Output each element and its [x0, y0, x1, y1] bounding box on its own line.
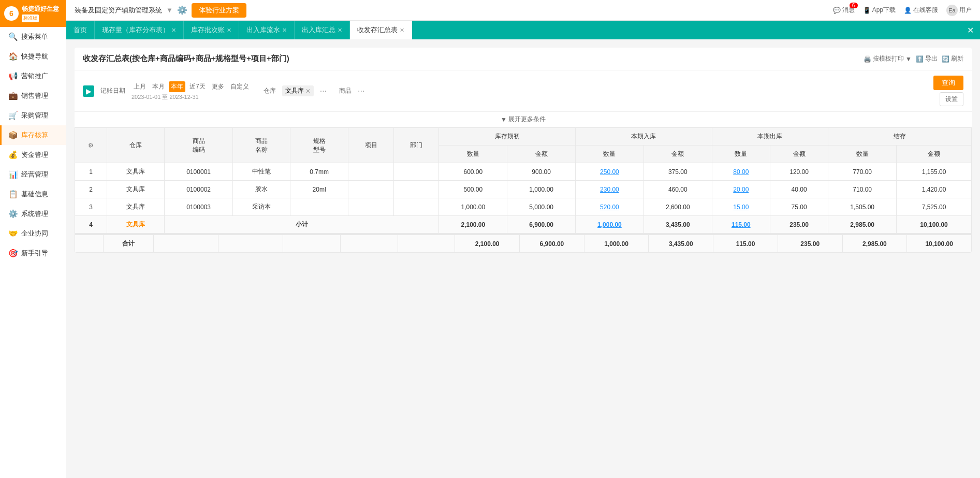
sidebar-item-经营管理[interactable]: 📊经营管理	[0, 165, 66, 184]
total-in-qty: 1,000.00	[584, 235, 649, 253]
tab-出入库汇总[interactable]: 出入库汇总 ✕	[295, 21, 350, 39]
row-open-qty: 500.00	[439, 181, 507, 198]
row-goods-spec: 20ml	[290, 181, 348, 198]
refresh-button[interactable]: 🔄 刷新	[942, 54, 963, 63]
sidebar-icon: 🛒	[8, 111, 18, 120]
tab-close-icon[interactable]: ✕	[227, 27, 231, 34]
sidebar-item-销售管理[interactable]: 💼销售管理	[0, 86, 66, 106]
tab-现存量（库存分布表）[interactable]: 现存量（库存分布表） ✕	[95, 21, 184, 39]
user-button[interactable]: Ea 用户	[946, 5, 972, 16]
total-project	[340, 235, 398, 253]
online-service-button[interactable]: 👤 在线客服	[904, 6, 938, 15]
row-in-qty[interactable]: 520.00	[576, 198, 644, 216]
warehouse-more-button[interactable]: ···	[320, 86, 327, 96]
th-out: 本期出库	[712, 128, 828, 146]
row-index: 2	[75, 181, 107, 198]
row-close-qty: 770.00	[828, 163, 897, 181]
sidebar-item-系统管理[interactable]: ⚙️系统管理	[0, 204, 66, 224]
th-out-amt: 金额	[770, 146, 828, 163]
tab-label: 出入库流水	[246, 25, 280, 35]
row-out-qty[interactable]: 80.00	[712, 163, 770, 181]
warehouse-tag: 文具库 ✕	[282, 85, 314, 96]
query-button[interactable]: 查询	[933, 76, 963, 90]
row-goods-spec: 0.7mm	[290, 163, 348, 181]
th-in-qty: 数量	[576, 146, 644, 163]
tab-出入库流水[interactable]: 出入库流水 ✕	[239, 21, 295, 39]
set-button[interactable]: 设置	[940, 92, 963, 106]
date-custom[interactable]: 自定义	[228, 81, 251, 92]
main-table: ⚙ 仓库 商品编码 商品名称 规格型号 项目 部门 库存期初 本期入库 本期出库…	[75, 127, 972, 234]
total-in-amt: 3,435.00	[649, 235, 713, 253]
chevron-down-icon: ▼	[905, 55, 912, 63]
sidebar-label: 搜索菜单	[21, 32, 48, 41]
th-goods-code: 商品编码	[165, 128, 233, 163]
close-all-tabs-button[interactable]: ✕	[961, 25, 980, 35]
row-close-qty: 1,505.00	[828, 198, 897, 216]
th-dept: 部门	[393, 128, 439, 163]
subtotal-row: 4 文具库 小计 2,100.00 6,900.00 1,000.00 3,43…	[75, 216, 972, 234]
export-button[interactable]: ⬆️ 导出	[916, 54, 938, 63]
sidebar-label: 销售管理	[21, 91, 48, 100]
row-out-amt: 75.00	[770, 198, 828, 216]
goods-label: 商品	[339, 86, 352, 95]
sidebar-item-库存核算[interactable]: 📦库存核算	[0, 125, 66, 145]
sidebar-icon: 📋	[8, 190, 18, 199]
print-button[interactable]: 🖨️ 按模板打印 ▼	[864, 54, 912, 63]
sidebar-item-快捷导航[interactable]: 🏠快捷导航	[0, 47, 66, 66]
expand-row: ▼ 展开更多条件	[75, 112, 972, 127]
date-cur-month[interactable]: 本月	[150, 81, 167, 92]
filter-bar: ▶ 记账日期 上月 本月 本年 近7天 更多 自定义 2023-01-01 至 …	[75, 70, 972, 112]
try-button[interactable]: 体验行业方案	[192, 3, 246, 18]
tab-收发存汇总表[interactable]: 收发存汇总表 ✕	[350, 21, 412, 39]
warehouse-remove-button[interactable]: ✕	[305, 88, 311, 95]
tab-close-icon[interactable]: ✕	[282, 27, 287, 34]
th-goods-spec: 规格型号	[290, 128, 348, 163]
dropdown-icon[interactable]: ▼	[166, 6, 173, 14]
sidebar-item-资金管理[interactable]: 💰资金管理	[0, 145, 66, 165]
row-in-qty[interactable]: 230.00	[576, 181, 644, 198]
tab-库存批次账[interactable]: 库存批次账 ✕	[184, 21, 239, 39]
th-warehouse: 仓库	[107, 128, 165, 163]
row-out-qty[interactable]: 15.00	[712, 198, 770, 216]
total-out-qty: 115.00	[713, 235, 778, 253]
row-out-qty[interactable]: 20.00	[712, 181, 770, 198]
app-download-button[interactable]: 📱 App下载	[863, 6, 896, 15]
date-cur-year[interactable]: 本年	[169, 81, 185, 92]
tab-首页[interactable]: 首页	[66, 21, 95, 39]
goods-more-button[interactable]: ···	[358, 86, 364, 96]
row-close-qty: 710.00	[828, 181, 897, 198]
sidebar-item-搜索菜单[interactable]: 🔍搜索菜单	[0, 27, 66, 47]
filter-toggle-button[interactable]: ▶	[83, 85, 94, 97]
date-more[interactable]: 更多	[210, 81, 226, 92]
sidebar-item-基础信息[interactable]: 📋基础信息	[0, 184, 66, 204]
settings-icon[interactable]: ⚙	[88, 142, 94, 149]
sidebar-item-营销推广[interactable]: 📢营销推广	[0, 66, 66, 86]
expand-conditions-button[interactable]: ▼ 展开更多条件	[501, 115, 546, 124]
page-actions: 🖨️ 按模板打印 ▼ ⬆️ 导出 🔄 刷新	[864, 54, 963, 63]
th-close-amt: 金额	[897, 146, 972, 163]
export-icon: ⬆️	[916, 55, 924, 63]
sidebar-items: 🔍搜索菜单🏠快捷导航📢营销推广💼销售管理🛒采购管理📦库存核算💰资金管理📊经营管理…	[0, 27, 66, 263]
gear-button[interactable]: ⚙️	[177, 5, 187, 15]
sidebar-item-采购管理[interactable]: 🛒采购管理	[0, 106, 66, 125]
sidebar-logo: 6 畅捷通好生意 标准版	[0, 0, 66, 27]
header-right: 💬 消息 6 📱 App下载 👤 在线客服 Ea 用户	[833, 5, 972, 16]
tab-close-icon[interactable]: ✕	[171, 27, 176, 34]
date-prev-month[interactable]: 上月	[131, 81, 148, 92]
row-in-qty[interactable]: 250.00	[576, 163, 644, 181]
total-empty1	[75, 235, 104, 253]
row-close-amt: 1,420.00	[897, 181, 972, 198]
tab-close-icon[interactable]: ✕	[400, 27, 404, 34]
sidebar-icon: 📢	[8, 71, 18, 81]
subtotal-close-amt: 10,100.00	[897, 216, 972, 234]
subtotal-open-amt: 6,900.00	[507, 216, 576, 234]
row-open-amt: 1,000.00	[507, 181, 576, 198]
tab-label: 现存量（库存分布表）	[102, 25, 169, 35]
message-button[interactable]: 💬 消息 6	[833, 6, 855, 15]
sidebar-item-企业协同[interactable]: 🤝企业协同	[0, 224, 66, 243]
tab-close-icon[interactable]: ✕	[338, 27, 342, 34]
date-7days[interactable]: 近7天	[187, 81, 208, 92]
row-open-amt: 5,000.00	[507, 198, 576, 216]
sidebar-item-新手引导[interactable]: 🎯新手引导	[0, 243, 66, 263]
sidebar-icon: 🎯	[8, 249, 18, 258]
